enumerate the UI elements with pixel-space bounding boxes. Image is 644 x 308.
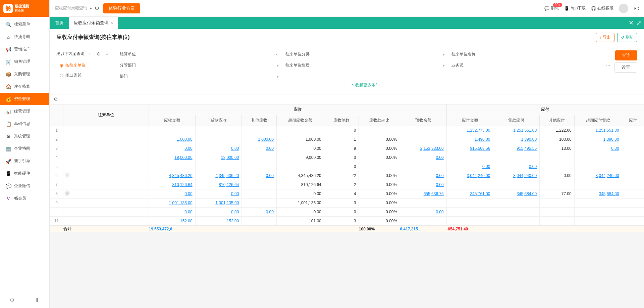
- partner-name-input[interactable]: [478, 50, 610, 58]
- header-dropdown-icon[interactable]: ▾: [90, 6, 92, 11]
- sidebar-item-wechat[interactable]: 💬 企业微信: [0, 180, 49, 192]
- cell-loan_pay[interactable]: [493, 217, 540, 226]
- cell-loan_recv[interactable]: 152.00: [195, 217, 242, 226]
- scheme-item-salesperson[interactable]: ◎ 按业务员: [56, 70, 110, 80]
- cell-loan_recv[interactable]: 4,345,436.20: [195, 171, 242, 180]
- sidebar-item-quicknav[interactable]: ⌂ 快捷导航: [0, 31, 49, 43]
- salesperson-input[interactable]: [478, 61, 603, 69]
- cell-recv_amt[interactable]: [149, 126, 195, 135]
- cell-loan_pay[interactable]: 345,684.00: [493, 189, 540, 199]
- tab-home[interactable]: 首页: [50, 17, 69, 29]
- cell-pay_amt[interactable]: [446, 199, 493, 208]
- dept-mgr-select[interactable]: [146, 61, 274, 69]
- cell-pay_amt[interactable]: 3,044,240.00: [446, 171, 493, 180]
- cell-other_recv[interactable]: [242, 162, 277, 171]
- cell-overdue_pay[interactable]: [574, 180, 622, 189]
- cell-prepay_bal[interactable]: [400, 217, 447, 226]
- refresh-button[interactable]: ↺ 刷新: [617, 33, 637, 42]
- cell-recv_amt[interactable]: 810,126.64: [149, 180, 195, 189]
- filter-collapse-btn[interactable]: «: [105, 50, 110, 57]
- filter-collapse-more[interactable]: ∧ 收起更多条件: [120, 80, 610, 90]
- cell-pay_amt[interactable]: [446, 153, 493, 162]
- cell-loan_pay[interactable]: 0.00: [493, 162, 540, 171]
- partner-nature-select[interactable]: [312, 61, 440, 69]
- tab-close-window-icon[interactable]: ✕: [629, 19, 634, 27]
- cell-recv_amt[interactable]: 152.00: [149, 217, 195, 226]
- cell-prepay_bal[interactable]: 655,636.75: [400, 189, 447, 199]
- message-button[interactable]: 💬 消息 99+: [544, 5, 559, 11]
- sidebar-item-device[interactable]: 📱 智能硬件: [0, 167, 49, 180]
- sidebar-item-marketing[interactable]: 📢 营销推广: [0, 43, 49, 55]
- collapse-bottom-icon[interactable]: ⏸: [32, 295, 42, 305]
- cell-pay_amt[interactable]: 1,490.00: [446, 135, 493, 144]
- cell-other_recv[interactable]: [242, 217, 277, 226]
- partner-class-select[interactable]: [312, 50, 440, 58]
- table-settings-icon[interactable]: ⚙: [54, 96, 58, 102]
- sidebar-item-base[interactable]: 📋 基础信息: [0, 118, 49, 130]
- cell-loan_pay[interactable]: [493, 208, 540, 217]
- cell-pay_amt[interactable]: 0.00: [446, 162, 493, 171]
- settlement-dots-icon[interactable]: ···: [274, 51, 279, 57]
- sidebar-item-system[interactable]: ⚙ 系统管理: [0, 130, 49, 142]
- cell-loan_pay[interactable]: 3,044,240.00: [493, 171, 540, 180]
- cell-pay_amt[interactable]: 915,508.56: [446, 144, 493, 153]
- sidebar-item-corp[interactable]: 🏢 企业协同: [0, 142, 49, 155]
- cell-other_recv[interactable]: [242, 189, 277, 199]
- cell-loan_pay[interactable]: [493, 199, 540, 208]
- avatar[interactable]: [619, 4, 628, 13]
- cell-other_recv[interactable]: [242, 126, 277, 135]
- cell-pay_amt[interactable]: [446, 217, 493, 226]
- cell-overdue_pay[interactable]: 345,684.00: [574, 189, 622, 199]
- settings-bottom-icon[interactable]: ⚙: [8, 295, 16, 305]
- cell-other_recv[interactable]: [242, 199, 277, 208]
- dept-select[interactable]: [146, 73, 274, 80]
- cell-prepay_bal[interactable]: 0.00: [400, 153, 447, 162]
- cell-recv_amt[interactable]: 1,000.00: [149, 135, 195, 144]
- cell-loan_recv[interactable]: 810,126.64: [195, 180, 242, 189]
- cell-pay_amt[interactable]: [446, 208, 493, 217]
- tab-active[interactable]: 应收应付余额查询 ×: [69, 17, 118, 29]
- tab-expand-icon[interactable]: ⤢: [636, 19, 641, 27]
- cell-loan_recv[interactable]: 0.00: [195, 144, 242, 153]
- tab-close-icon[interactable]: ×: [111, 20, 113, 25]
- settlement-input[interactable]: [146, 50, 272, 58]
- cell-overdue_pay[interactable]: 0.00: [574, 144, 622, 153]
- username[interactable]: Rit: [634, 6, 639, 11]
- cell-loan_pay[interactable]: 1,251,551.00: [493, 126, 540, 135]
- cell-recv_amt[interactable]: 18,000.00: [149, 153, 195, 162]
- cell-other_recv[interactable]: 0.00: [242, 208, 277, 217]
- scheme-item-partner[interactable]: ◉ 按往来单位: [56, 60, 110, 70]
- cell-overdue_pay[interactable]: [574, 153, 622, 162]
- cell-recv_amt[interactable]: [149, 162, 195, 171]
- cell-pay_amt[interactable]: [446, 180, 493, 189]
- sidebar-item-finance[interactable]: 💰 资金管理: [0, 93, 49, 105]
- cell-recv_amt[interactable]: 0.00: [149, 144, 195, 153]
- cell-other_recv[interactable]: [242, 180, 277, 189]
- salesperson-dots-icon[interactable]: ···: [606, 62, 610, 69]
- sidebar-item-sales[interactable]: 🛒 销售管理: [0, 55, 49, 68]
- cell-loan_recv[interactable]: 18,000.00: [195, 153, 242, 162]
- cell-loan_pay[interactable]: 915,495.56: [493, 144, 540, 153]
- sidebar-item-guide[interactable]: 🚀 新手引导: [0, 155, 49, 167]
- cell-other_recv[interactable]: 0.00: [242, 171, 277, 180]
- cell-pay_amt[interactable]: 345,761.00: [446, 189, 493, 199]
- cell-overdue_pay[interactable]: 1,390.00: [574, 135, 622, 144]
- cell-other_recv[interactable]: 0.00: [242, 144, 277, 153]
- query-button[interactable]: 查询: [615, 50, 637, 60]
- cell-prepay_bal[interactable]: [400, 135, 447, 144]
- cell-loan_pay[interactable]: [493, 180, 540, 189]
- cell-prepay_bal[interactable]: 0.00: [400, 208, 447, 217]
- filter-settings-btn[interactable]: ⊙: [95, 50, 102, 57]
- sidebar-item-search[interactable]: 🔍 搜索菜单: [0, 18, 49, 31]
- cell-overdue_pay[interactable]: [574, 199, 622, 208]
- cell-overdue_pay[interactable]: [574, 162, 622, 171]
- cell-other_recv[interactable]: [242, 153, 277, 162]
- cell-loan_recv[interactable]: [195, 135, 242, 144]
- app-download-button[interactable]: 📱 App下载: [564, 5, 586, 11]
- cell-loan_pay[interactable]: [493, 153, 540, 162]
- cell-recv_amt[interactable]: 1,001,135.00: [149, 199, 195, 208]
- cell-recv_amt[interactable]: 0.00: [149, 189, 195, 199]
- cell-pay_amt[interactable]: 1,252,773.00: [446, 126, 493, 135]
- cell-overdue_pay[interactable]: [574, 217, 622, 226]
- cell-prepay_bal[interactable]: [400, 126, 447, 135]
